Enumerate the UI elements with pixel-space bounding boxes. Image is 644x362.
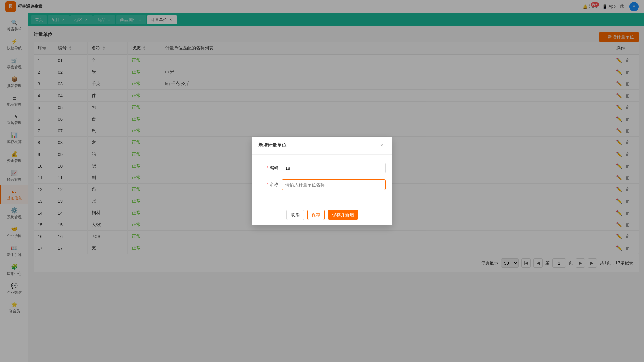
- modal-footer: 取消 保存 保存并新增: [252, 204, 392, 225]
- form-item-code: 编码: [258, 163, 386, 173]
- save-button[interactable]: 保存: [307, 210, 325, 220]
- modal-close-button[interactable]: ×: [378, 141, 386, 149]
- modal-header: 新增计量单位 ×: [252, 137, 392, 155]
- form-item-name: 名称: [258, 179, 386, 190]
- code-label: 编码: [258, 165, 282, 171]
- save-new-button[interactable]: 保存并新增: [328, 210, 358, 220]
- name-input[interactable]: [282, 179, 386, 190]
- add-unit-modal: 新增计量单位 × 编码 名称 取消 保存 保存并新增: [252, 137, 392, 225]
- modal-body: 编码 名称: [252, 155, 392, 204]
- code-input[interactable]: [282, 163, 386, 173]
- name-label: 名称: [258, 182, 282, 188]
- modal-title: 新增计量单位: [258, 142, 286, 148]
- cancel-button[interactable]: 取消: [286, 210, 304, 220]
- modal-overlay: 新增计量单位 × 编码 名称 取消 保存 保存并新增: [0, 0, 644, 362]
